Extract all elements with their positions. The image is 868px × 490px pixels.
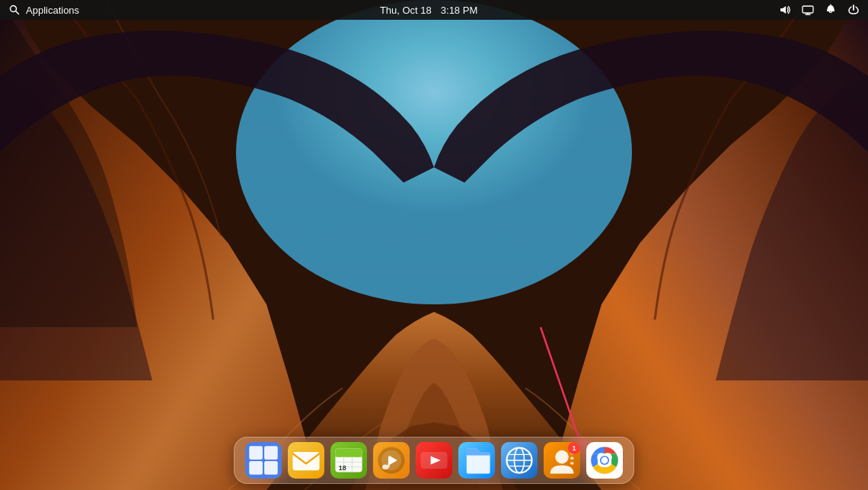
dock-item-mail[interactable] xyxy=(288,442,324,479)
dock-item-chrome[interactable] xyxy=(586,442,623,479)
svg-text:18: 18 xyxy=(339,464,346,472)
dock-item-contacts[interactable]: 1 xyxy=(544,442,580,479)
svg-point-1 xyxy=(236,0,632,304)
svg-rect-12 xyxy=(264,461,278,475)
dock: 18 xyxy=(234,437,634,484)
menubar-datetime: Thu, Oct 18 3:18 PM xyxy=(380,5,477,16)
svg-rect-13 xyxy=(292,452,319,470)
dock-item-calendar[interactable]: 18 xyxy=(330,442,367,479)
svg-rect-5 xyxy=(803,6,813,13)
dock-item-mosaic[interactable] xyxy=(245,442,282,479)
notification-icon[interactable] xyxy=(824,3,838,17)
svg-rect-10 xyxy=(264,446,278,460)
svg-rect-34 xyxy=(570,457,573,460)
menubar-right xyxy=(778,3,860,17)
dock-item-files[interactable] xyxy=(458,442,495,479)
menubar-left: Applications xyxy=(8,3,79,17)
time-label: 3:18 PM xyxy=(441,5,477,16)
volume-icon[interactable] xyxy=(778,3,792,17)
date-label: Thu, Oct 18 xyxy=(380,5,432,16)
power-icon[interactable] xyxy=(847,3,860,17)
svg-rect-16 xyxy=(335,453,362,457)
svg-rect-35 xyxy=(570,462,573,464)
dock-item-browser[interactable] xyxy=(501,442,538,479)
menubar: Applications Thu, Oct 18 3:18 PM xyxy=(0,0,868,20)
display-icon[interactable] xyxy=(801,3,815,17)
search-icon[interactable] xyxy=(8,3,21,17)
dock-item-music[interactable] xyxy=(373,442,410,479)
svg-point-24 xyxy=(382,465,389,470)
desktop-wallpaper xyxy=(0,0,868,490)
svg-rect-9 xyxy=(249,446,263,460)
contacts-badge: 1 xyxy=(568,442,580,454)
svg-line-4 xyxy=(16,11,19,14)
dock-item-youtube[interactable] xyxy=(416,442,452,479)
applications-label[interactable]: Applications xyxy=(26,5,79,16)
svg-line-2 xyxy=(541,327,582,449)
svg-point-39 xyxy=(602,457,608,464)
svg-point-32 xyxy=(555,450,569,464)
svg-rect-11 xyxy=(249,461,263,475)
canyon-illustration xyxy=(0,0,868,490)
